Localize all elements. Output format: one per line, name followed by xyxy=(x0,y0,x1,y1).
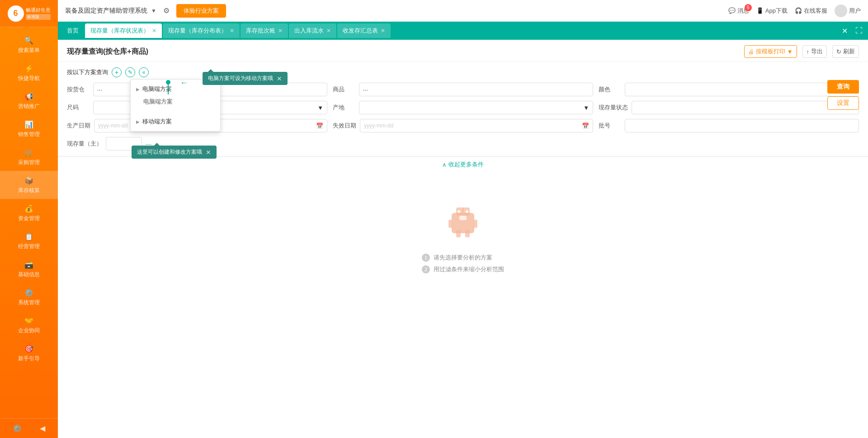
sidebar-item-purchase[interactable]: 🛒 采购管理 xyxy=(0,143,58,171)
sidebar-item-finance[interactable]: 💰 资金管理 xyxy=(0,199,58,227)
tab-stock-batch-close[interactable]: ✕ xyxy=(278,28,283,34)
empty-step-2: 2 用过滤条件来缩小分析范围 xyxy=(422,265,504,273)
sidebar-label-enterprise: 企业协同 xyxy=(18,327,40,334)
sidebar-label-search-menu: 搜索菜单 xyxy=(18,47,40,54)
tab-stock-batch[interactable]: 库存批次账 ✕ xyxy=(241,24,288,38)
sidebar-label-quick-nav: 快捷导航 xyxy=(18,75,40,82)
stock-qty-label: 现存量（主） xyxy=(67,140,102,148)
ops-icon: 📋 xyxy=(24,231,34,241)
prod-date-label: 生产日期 xyxy=(67,122,90,130)
search-btn[interactable]: 查询 xyxy=(827,80,859,94)
tab-close-all-btn[interactable]: ✕ xyxy=(839,25,850,36)
svg-rect-7 xyxy=(474,220,477,228)
header-settings-icon[interactable]: ⚙ xyxy=(160,5,173,17)
exp-date-label: 失效日期 xyxy=(333,122,356,130)
sidebar-item-marketing[interactable]: 📢 营销推广 xyxy=(0,87,58,115)
tab-stock-dist[interactable]: 现存量（库存分布表） ✕ xyxy=(163,24,240,38)
reset-btn[interactable]: 设置 xyxy=(827,96,859,110)
sidebar-item-stock[interactable]: 📦 库存核算 xyxy=(0,171,58,199)
scheme-tooltip-close[interactable]: ✕ xyxy=(277,75,282,82)
online-service-label: 在线客服 xyxy=(804,7,827,15)
sidebar-item-sales[interactable]: 📊 销售管理 xyxy=(0,115,58,143)
mobile-scheme-label: 移动端方案 xyxy=(142,118,172,126)
online-service-btn[interactable]: 🎧 在线客服 xyxy=(795,7,827,15)
warehouse-label: 按货仓 xyxy=(67,85,90,94)
marketing-icon: 📢 xyxy=(24,91,34,101)
user-btn[interactable]: 用户 xyxy=(835,5,861,17)
tab-stock-status[interactable]: 现存量（库存状况表） ✕ xyxy=(85,24,162,38)
desktop-scheme-item[interactable]: 电脑端方案 xyxy=(131,95,220,108)
mobile-scheme-header[interactable]: ▶ 移动端方案 xyxy=(131,116,220,127)
batch-label: 批号 xyxy=(599,122,621,130)
tab-stock-status-label: 现存量（库存状况表） xyxy=(90,27,149,35)
print-dropdown-icon: ▼ xyxy=(787,48,793,55)
tab-in-out-flow[interactable]: 出入库流水 ✕ xyxy=(289,24,336,38)
batch-input[interactable] xyxy=(625,119,859,132)
exp-date-input[interactable]: yyyy-mm-dd 📅 xyxy=(360,119,593,132)
svg-rect-6 xyxy=(448,220,452,228)
size-label: 尺码 xyxy=(67,104,90,112)
export-icon: ↑ xyxy=(807,48,810,55)
sidebar-item-quick-nav[interactable]: ⚡ 快捷导航 xyxy=(0,59,58,87)
sidebar-item-base[interactable]: 🗃️ 基础信息 xyxy=(0,255,58,283)
sidebar-label-purchase: 采购管理 xyxy=(18,159,40,166)
tab-collect-summary[interactable]: 收发存汇总表 ✕ xyxy=(337,24,391,38)
empty-steps: 1 请先选择要分析的方案 2 用过滤条件来缩小分析范围 xyxy=(422,254,504,277)
base-icon: 🗃️ xyxy=(24,259,34,269)
print-btn[interactable]: 🖨 按模板打印 ▼ xyxy=(744,45,797,58)
color-select[interactable]: ▼ xyxy=(625,83,859,96)
tab-fullscreen-btn[interactable]: ⛶ xyxy=(854,25,864,36)
goods-select[interactable]: ··· xyxy=(359,83,593,96)
sidebar-item-search-menu[interactable]: 🔍 搜索菜单 xyxy=(0,31,58,59)
add-scheme-btn[interactable]: + xyxy=(112,67,122,77)
sidebar-logo: 6 畅通好生意 标准版 xyxy=(0,0,58,27)
filter-section: 按以下方案查询 + ✎ « ▶ 电脑端方案 电脑端方案 ▶ 移动端方案 xyxy=(58,62,868,156)
main-area: 装备及固定资产辅助管理系统 ▼ ⚙ 体验行业方案 💬 消息 6 📱 App下载 … xyxy=(58,0,868,438)
goods-label: 商品 xyxy=(333,85,355,94)
collapse-row[interactable]: ∧ 收起更多条件 xyxy=(58,156,868,172)
notification-badge: 6 xyxy=(745,4,752,11)
settings-bottom-icon[interactable]: ⚙️ xyxy=(13,424,22,433)
origin-label: 产地 xyxy=(333,104,355,112)
origin-select[interactable]: ▼ xyxy=(359,101,593,114)
stock-icon: 📦 xyxy=(24,175,34,185)
empty-illustration xyxy=(440,199,486,245)
refresh-btn[interactable]: ↻ 刷新 xyxy=(832,45,859,58)
sidebar-item-system[interactable]: ⚙️ 系统管理 xyxy=(0,283,58,311)
collapse-sidebar-icon[interactable]: ◀ xyxy=(40,424,45,433)
logo-badge: 标准版 xyxy=(26,14,51,20)
tab-home[interactable]: 首页 xyxy=(61,24,84,38)
edit-scheme-btn[interactable]: ✎ xyxy=(125,67,135,77)
tab-stock-dist-close[interactable]: ✕ xyxy=(230,28,234,34)
sidebar-item-enterprise[interactable]: 🤝 企业协同 xyxy=(0,311,58,339)
stock-status-select[interactable]: ▼ xyxy=(632,101,859,114)
filter-label: 按以下方案查询 xyxy=(67,68,108,76)
color-field: 颜色 ▼ xyxy=(599,83,859,96)
scheme-tooltip: 电脑方案可设为移动方案哦 ✕ xyxy=(203,72,288,85)
exp-date-field: 失效日期 yyyy-mm-dd 📅 xyxy=(333,119,593,132)
scheme-tooltip-text: 电脑方案可设为移动方案哦 xyxy=(208,75,273,82)
mobile-arrow-icon: ▶ xyxy=(136,119,140,124)
purchase-icon: 🛒 xyxy=(24,147,34,157)
tab-in-out-flow-close[interactable]: ✕ xyxy=(326,28,331,34)
export-btn[interactable]: ↑ 导出 xyxy=(802,45,827,58)
edit-tooltip: 这里可以创建和修改方案哦 ✕ xyxy=(132,146,217,159)
stock-status-field: 现存量状态 ▼ xyxy=(599,101,859,114)
batch-field: 批号 xyxy=(599,119,859,132)
system-icon: ⚙️ xyxy=(24,287,34,297)
headset-icon: 🎧 xyxy=(795,7,802,14)
edit-tooltip-close[interactable]: ✕ xyxy=(206,149,211,156)
connector-arrow-icon: ← xyxy=(180,78,188,88)
system-dropdown-btn[interactable]: ▼ xyxy=(151,8,156,14)
guide-icon: 🎯 xyxy=(24,344,34,353)
sidebar-item-guide[interactable]: 🎯 新手引导 xyxy=(0,339,58,367)
notification-btn[interactable]: 💬 消息 6 xyxy=(728,7,749,15)
sidebar-label-system: 系统管理 xyxy=(18,299,40,306)
sidebar-item-ops[interactable]: 📋 经营管理 xyxy=(0,227,58,255)
tab-stock-status-close[interactable]: ✕ xyxy=(152,28,156,34)
trial-btn[interactable]: 体验行业方案 xyxy=(176,4,226,18)
back-scheme-btn[interactable]: « xyxy=(139,67,149,77)
tab-collect-summary-close[interactable]: ✕ xyxy=(381,28,385,34)
notification-icon: 💬 xyxy=(728,7,736,14)
app-download-btn[interactable]: 📱 App下载 xyxy=(756,7,788,15)
